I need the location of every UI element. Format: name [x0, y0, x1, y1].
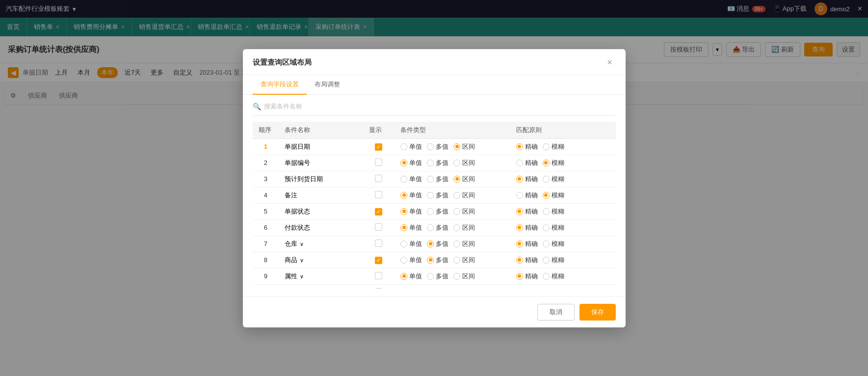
radio-label: 单值 — [409, 256, 422, 265]
row-show-checkbox[interactable] — [375, 223, 382, 231]
chevron-down-icon[interactable]: ∨ — [298, 241, 304, 247]
radio-type-item[interactable]: 多值 — [427, 207, 448, 216]
radio-label: 区间 — [462, 223, 475, 232]
radio-circle-icon — [400, 208, 407, 215]
radio-label: 精确 — [525, 191, 538, 200]
radio-circle-icon — [427, 273, 434, 280]
radio-type-item[interactable]: 区间 — [453, 240, 475, 248]
radio-label: 区间 — [462, 240, 475, 248]
radio-type-item[interactable]: 单值 — [400, 256, 422, 265]
conditions-table-scroll[interactable]: 顺序 条件名称 显示 条件类型 匹配原则 1单据日期单值多值区间精确模糊2单据编… — [253, 122, 616, 289]
row-show-checkbox[interactable] — [375, 240, 382, 247]
radio-match-item[interactable]: 精确 — [516, 207, 538, 216]
radio-match-item[interactable]: 模糊 — [543, 191, 564, 200]
radio-match-item[interactable]: 精确 — [516, 175, 538, 184]
radio-type-item[interactable]: 多值 — [427, 191, 448, 200]
radio-circle-icon — [453, 192, 460, 199]
chevron-down-icon[interactable]: ∨ — [298, 273, 304, 279]
save-button[interactable]: 保存 — [579, 304, 616, 321]
row-show-checkbox[interactable] — [375, 272, 382, 279]
search-input[interactable] — [264, 103, 352, 110]
radio-type-item[interactable]: 区间 — [453, 207, 475, 216]
dialog-tab-query-fields[interactable]: 查询字段设置 — [253, 75, 307, 95]
radio-match-item[interactable]: 精确 — [516, 256, 538, 265]
radio-match-item[interactable]: 模糊 — [543, 159, 564, 167]
radio-label: 单值 — [409, 142, 422, 151]
conditions-table: 顺序 条件名称 显示 条件类型 匹配原则 1单据日期单值多值区间精确模糊2单据编… — [253, 122, 616, 289]
radio-type-item[interactable]: 多值 — [427, 142, 448, 151]
radio-match-item[interactable]: 模糊 — [543, 288, 564, 289]
row-show-checkbox[interactable] — [375, 257, 382, 264]
row-type-cell: 单值多值区间 — [395, 171, 510, 187]
radio-match-item[interactable]: 模糊 — [543, 272, 564, 281]
radio-circle-icon — [400, 224, 407, 231]
radio-circle-icon — [516, 257, 523, 264]
radio-circle-icon — [400, 192, 407, 199]
radio-type-item[interactable]: 单值 — [400, 272, 422, 281]
radio-type-item[interactable]: 单值 — [400, 142, 422, 151]
radio-match-item[interactable]: 精确 — [516, 240, 538, 248]
radio-type-item[interactable]: 区间 — [453, 272, 475, 281]
row-type-cell: 单值多值区间 — [395, 284, 510, 289]
search-row: 🔍 — [253, 103, 616, 116]
radio-type-item[interactable]: 区间 — [453, 223, 475, 232]
radio-type-item[interactable]: 多值 — [427, 256, 448, 265]
row-match-cell: 精确模糊 — [510, 187, 616, 203]
radio-type-item[interactable]: 单值 — [400, 191, 422, 200]
radio-type-item[interactable]: 多值 — [427, 288, 448, 289]
row-condition-name: 付款状态 — [279, 219, 363, 236]
radio-match-item[interactable]: 精确 — [516, 191, 538, 200]
radio-type-item[interactable]: 单值 — [400, 288, 422, 289]
radio-type-item[interactable]: 单值 — [400, 240, 422, 248]
radio-type-item[interactable]: 区间 — [453, 175, 475, 184]
row-condition-name: 单据日期 — [279, 138, 363, 155]
radio-type-item[interactable]: 多值 — [427, 240, 448, 248]
row-show-checkbox[interactable] — [375, 175, 382, 182]
radio-match-item[interactable]: 模糊 — [543, 256, 564, 265]
table-row: 7仓库 ∨单值多值区间精确模糊 — [253, 236, 616, 252]
radio-match-item[interactable]: 精确 — [516, 288, 538, 289]
radio-type-item[interactable]: 区间 — [453, 142, 475, 151]
row-show-checkbox[interactable] — [375, 208, 382, 215]
row-show-checkbox[interactable] — [375, 288, 382, 289]
radio-label: 精确 — [525, 175, 538, 184]
radio-match-item[interactable]: 精确 — [516, 159, 538, 167]
modal-overlay: 设置查询区域布局 × 查询字段设置 布局调整 🔍 顺序 条件名称 — [0, 0, 868, 376]
radio-circle-icon — [516, 160, 523, 166]
radio-type-item[interactable]: 区间 — [453, 288, 475, 289]
radio-match-item[interactable]: 精确 — [516, 142, 538, 151]
radio-type-item[interactable]: 单值 — [400, 175, 422, 184]
radio-type-item[interactable]: 多值 — [427, 272, 448, 281]
row-show-checkbox[interactable] — [375, 191, 382, 198]
dialog-tab-layout[interactable]: 布局调整 — [307, 75, 348, 95]
radio-match-item[interactable]: 精确 — [516, 223, 538, 232]
radio-match-item[interactable]: 模糊 — [543, 223, 564, 232]
radio-type-item[interactable]: 多值 — [427, 223, 448, 232]
dialog-close-button[interactable]: × — [604, 57, 616, 69]
radio-circle-icon — [400, 160, 407, 166]
row-show-checkbox[interactable] — [375, 143, 382, 151]
radio-type-item[interactable]: 单值 — [400, 207, 422, 216]
radio-circle-icon — [427, 192, 434, 199]
radio-label: 精确 — [525, 142, 538, 151]
radio-match-item[interactable]: 模糊 — [543, 175, 564, 184]
row-show-checkbox[interactable] — [375, 159, 382, 166]
radio-type-item[interactable]: 区间 — [453, 191, 475, 200]
row-order: 6 — [253, 219, 279, 236]
radio-match-item[interactable]: 精确 — [516, 272, 538, 281]
dialog-footer: 取消 保存 — [243, 296, 626, 327]
cancel-button[interactable]: 取消 — [537, 304, 575, 321]
radio-type-item[interactable]: 区间 — [453, 256, 475, 265]
radio-type-item[interactable]: 多值 — [427, 175, 448, 184]
radio-type-item[interactable]: 单值 — [400, 159, 422, 167]
radio-type-item[interactable]: 单值 — [400, 223, 422, 232]
radio-match-item[interactable]: 模糊 — [543, 142, 564, 151]
radio-match-item[interactable]: 模糊 — [543, 240, 564, 248]
radio-type-item[interactable]: 区间 — [453, 159, 475, 167]
row-condition-name: 单据状态 — [279, 203, 363, 219]
radio-type-item[interactable]: 多值 — [427, 159, 448, 167]
chevron-down-icon[interactable]: ∨ — [298, 257, 304, 263]
radio-label: 多值 — [436, 207, 448, 216]
radio-label: 区间 — [462, 288, 475, 289]
radio-match-item[interactable]: 模糊 — [543, 207, 564, 216]
